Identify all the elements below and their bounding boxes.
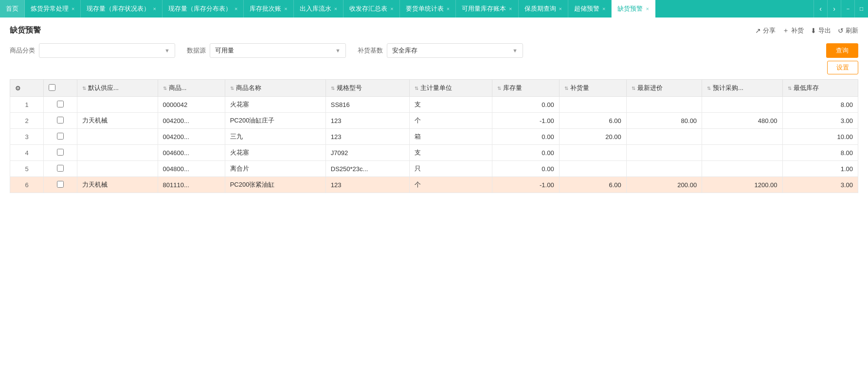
th-checkbox[interactable] [44,80,77,97]
row-checkbox-cell[interactable] [44,177,77,193]
row-replenish: 20.00 [559,129,626,145]
th-unit: ⇅ 主计量单位 [410,80,492,97]
row-est-purchase [702,161,782,177]
row-spec: DS250*23c... [326,161,410,177]
row-checkbox[interactable] [57,117,64,123]
nav-tab-11-close[interactable]: × [646,6,649,12]
row-price: 80.00 [626,113,702,129]
th-stock: ⇅ 库存量 [492,80,559,97]
table-body: 1 0000042 火花塞 SS816 支 0.00 8.00 2 力天机械 0… [10,97,858,193]
row-num: 2 [10,113,44,129]
datasource-select[interactable]: 可用量 ▼ [210,43,346,58]
filter-row-left: 商品分类 ▼ 数据源 可用量 ▼ 补货基数 安全库存 ▼ [10,43,826,58]
nav-tab-11[interactable]: 缺货预警 × [612,0,655,18]
th-est-purchase: ⇅ 预计采购... [702,80,782,97]
replenish-basis-select-value: 安全库存 [392,46,417,55]
nav-tab-6-close[interactable]: × [390,6,393,12]
nav-tab-3-close[interactable]: × [235,6,237,12]
th-settings[interactable]: ⚙ [10,80,44,97]
nav-tab-7[interactable]: 要货单统计表 × [400,0,456,18]
sort-price-icon: ⇅ [632,86,635,91]
share-button[interactable]: ↗ 分享 [755,26,776,35]
nav-tab-5-close[interactable]: × [334,6,337,12]
nav-tab-6[interactable]: 收发存汇总表 × [344,0,399,18]
row-num: 4 [10,145,44,161]
row-unit: 个 [410,113,492,129]
row-checkbox[interactable] [57,101,64,107]
nav-tab-4[interactable]: 库存批次账 × [244,0,293,18]
replenish-basis-select[interactable]: 安全库存 ▼ [387,43,523,58]
row-checkbox[interactable] [57,133,64,140]
nav-tab-home[interactable]: 首页 [0,0,25,18]
row-checkbox-cell[interactable] [44,161,77,177]
nav-tab-9[interactable]: 保质期查询 × [519,0,568,18]
select-all-checkbox[interactable] [49,84,55,91]
nav-maximize[interactable]: □ [854,0,868,18]
nav-tab-4-close[interactable]: × [284,6,287,12]
nav-minimize[interactable]: － [841,0,854,18]
th-min-label: 最低库存 [794,84,819,92]
nav-tab-8[interactable]: 可用量库存账本 × [456,0,518,18]
row-stock: 0.00 [492,129,559,145]
nav-tab-4-label: 库存批次账 [250,4,281,13]
refresh-button[interactable]: ↺ 刷新 [838,26,858,35]
row-spec: 123 [326,113,410,129]
nav-tab-2[interactable]: 现存量（库存状况表） × [81,0,162,18]
nav-tab-8-close[interactable]: × [509,6,512,12]
row-name: 火花塞 [225,97,326,113]
datasource-label: 数据源 [187,46,206,55]
table-row: 4 004600... 火花塞 J7092 支 0.00 8.00 [10,145,858,161]
row-checkbox-cell[interactable] [44,97,77,113]
sort-unit-icon: ⇅ [415,86,418,91]
th-supplier: ⇅ 默认供应... [77,80,158,97]
row-min-stock: 3.00 [782,113,858,129]
nav-tab-3[interactable]: 现存量（库存分布表） × [163,0,244,18]
row-supplier [77,129,158,145]
row-replenish [559,145,626,161]
replenish-basis-filter: 补货基数 安全库存 ▼ [358,43,523,58]
settings-button[interactable]: 设置 [827,61,858,74]
nav-tab-7-close[interactable]: × [447,6,450,12]
data-table: ⚙ ⇅ 默认供应... ⇅ 商品... [10,79,858,193]
category-select[interactable]: ▼ [39,43,175,58]
th-price-label: 最新进价 [637,84,663,92]
export-icon: ⬇ [811,27,816,35]
nav-tab-9-label: 保质期查询 [524,4,556,13]
row-checkbox[interactable] [57,165,64,172]
row-stock: 0.00 [492,161,559,177]
row-num: 6 [10,177,44,193]
category-filter: 商品分类 ▼ [10,43,175,58]
query-button[interactable]: 查询 [826,43,858,58]
share-icon: ↗ [755,27,761,35]
nav-tab-10[interactable]: 超储预警 × [568,0,612,18]
nav-tab-9-close[interactable]: × [559,6,562,12]
row-supplier [77,97,158,113]
row-est-purchase: 1200.00 [702,177,782,193]
row-checkbox[interactable] [57,181,64,188]
nav-prev-arrow[interactable]: ‹ [814,0,827,18]
main-content: 缺货预警 ↗ 分享 ＋ 补货 ⬇ 导出 ↺ 刷新 商品分类 [0,18,868,387]
row-min-stock: 8.00 [782,97,858,113]
row-checkbox-cell[interactable] [44,129,77,145]
row-supplier: 力天机械 [77,113,158,129]
sort-stock-icon: ⇅ [497,86,501,91]
th-name: ⇅ 商品名称 [225,80,326,97]
th-est-label: 预计采购... [713,84,743,92]
table-row: 6 力天机械 801110... PC200张紧油缸 123 个 -1.00 6… [10,177,858,193]
nav-tab-5[interactable]: 出入库流水 × [294,0,344,18]
replenish-button[interactable]: ＋ 补货 [782,26,804,35]
th-spec: ⇅ 规格型号 [326,80,410,97]
row-est-purchase [702,129,782,145]
row-checkbox[interactable] [57,149,64,156]
row-min-stock: 10.00 [782,129,858,145]
sort-supplier-icon: ⇅ [82,86,86,91]
row-checkbox-cell[interactable] [44,145,77,161]
nav-tab-1[interactable]: 炼货异常处理 × [25,0,81,18]
export-button[interactable]: ⬇ 导出 [811,26,831,35]
row-checkbox-cell[interactable] [44,113,77,129]
nav-tab-10-close[interactable]: × [602,6,605,12]
nav-tab-2-close[interactable]: × [153,6,156,12]
nav-next-arrow[interactable]: › [827,0,841,18]
nav-tab-1-close[interactable]: × [72,6,74,12]
table-row: 3 004200... 三九 123 箱 0.00 20.00 10.00 [10,129,858,145]
